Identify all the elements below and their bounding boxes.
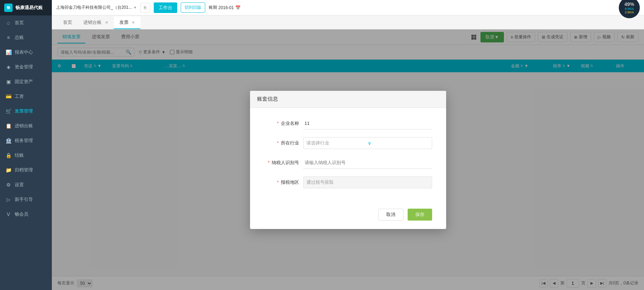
tax-id-input[interactable] (303, 157, 432, 169)
required-star: * (277, 121, 279, 126)
topbar: 上海卯金刀电子科技有限公司_（台201... ▼ ⎘ 工作台 切到旧版 账期 2… (52, 0, 644, 15)
label-text: 企业名称 (281, 121, 299, 126)
sidebar-item-label: 税务管理 (15, 137, 33, 144)
archive-icon: 📁 (6, 167, 11, 173)
industry-label: * 所在行业 (264, 140, 299, 146)
download-speed: 2.6K/s (625, 11, 634, 14)
dialog-footer: 取消 保存 (250, 203, 446, 229)
tab-purchase[interactable]: 进销台账 ✕ (78, 16, 114, 29)
home-icon: ⌂ (6, 20, 11, 26)
member-icon: V (6, 211, 11, 217)
company-selector[interactable]: 上海卯金刀电子科技有限公司_（台201... ▼ (56, 5, 137, 11)
sidebar-item-payroll[interactable]: 💳 工资 (0, 89, 52, 104)
tax-region-label: * 报税地区 (264, 179, 299, 186)
upload-speed: 8.5K/s (625, 7, 634, 11)
closing-icon: 🔒 (6, 153, 11, 158)
copy-button[interactable]: ⎘ (140, 3, 150, 13)
industry-placeholder: 请选择行业 (306, 140, 368, 146)
sidebar-item-label: 结账 (15, 152, 24, 159)
tab-home-label: 首页 (63, 20, 72, 25)
purchase-icon: 📋 (6, 123, 11, 129)
tax-id-row: * 纳税人识别号 (264, 157, 432, 169)
sidebar-item-label: 资金管理 (15, 64, 33, 70)
tax-region-placeholder: 通过税号获取 (306, 179, 334, 186)
dialog-header: 账套信息 (250, 91, 446, 108)
sidebar-item-purchase[interactable]: 📋 进销台账 (0, 119, 52, 133)
required-star: * (277, 140, 279, 146)
sidebar: 畅 畅康通易代账 ⌂ 首页 ≡ 总账 📊 报表中心 ◈ 资金管理 ▣ 固定资产 … (0, 0, 52, 290)
company-name-row: * 企业名称 (264, 117, 432, 129)
sidebar-item-tax[interactable]: 🏦 税务管理 (0, 133, 52, 148)
sidebar-item-label: 进销台账 (15, 123, 33, 129)
tax-id-label: * 纳税人识别号 (264, 160, 299, 166)
sidebar-item-ledger[interactable]: ≡ 总账 (0, 30, 52, 45)
cancel-button[interactable]: 取消 (378, 209, 403, 221)
label-text: 报税地区 (281, 180, 299, 185)
modal-overlay: 账套信息 * 企业名称 * 所在行 (52, 29, 644, 290)
sidebar-item-reports[interactable]: 📊 报表中心 (0, 45, 52, 60)
dialog-title: 账套信息 (257, 96, 278, 102)
sidebar-item-label: 归档管理 (15, 167, 33, 173)
settings-icon: ⚙ (6, 182, 11, 188)
logo-text: 畅康通易代账 (15, 5, 43, 11)
sidebar-item-archive[interactable]: 📁 归档管理 (0, 163, 52, 177)
assets-icon: ▣ (6, 79, 11, 85)
sidebar-item-member[interactable]: V 畅会员 (0, 207, 52, 222)
company-name: 上海卯金刀电子科技有限公司_（台201... (56, 5, 132, 11)
sidebar-item-closing[interactable]: 🔒 结账 (0, 148, 52, 163)
sidebar-item-label: 设置 (15, 182, 24, 188)
tab-home[interactable]: 首页 (57, 16, 78, 29)
sidebar-item-home[interactable]: ⌂ 首页 (0, 15, 52, 30)
guide-icon: ▷ (6, 197, 11, 202)
payroll-icon: 💳 (6, 94, 11, 99)
label-text: 所在行业 (281, 140, 299, 146)
tab-purchase-close[interactable]: ✕ (105, 20, 108, 25)
tax-region-row: * 报税地区 通过税号获取 (264, 176, 432, 188)
period-value: 2016-01 (219, 5, 234, 10)
dialog-body: * 企业名称 * 所在行业 请选择行业 ∨ (250, 108, 446, 203)
company-name-label: * 企业名称 (264, 120, 299, 127)
sidebar-item-funds[interactable]: ◈ 资金管理 (0, 60, 52, 74)
sidebar-item-label: 工资 (15, 93, 24, 100)
logo-icon: 畅 (4, 4, 13, 12)
reports-icon: 📊 (6, 49, 11, 55)
sidebar-item-settings[interactable]: ⚙ 设置 (0, 177, 52, 192)
tax-region-display: 通过税号获取 (303, 176, 432, 188)
sidebar-item-label: 发票管理 (15, 108, 33, 114)
network-percent: 49% (624, 1, 634, 7)
save-button[interactable]: 保存 (408, 209, 432, 221)
funds-icon: ◈ (6, 64, 11, 70)
sidebar-item-label: 新手引导 (15, 196, 33, 203)
tax-icon: 🏦 (6, 138, 11, 143)
tab-invoice-close[interactable]: ✕ (132, 20, 135, 25)
sidebar-item-label: 固定资产 (15, 79, 33, 85)
period-label: 账期 (209, 5, 217, 11)
sidebar-item-label: 首页 (15, 20, 24, 26)
sidebar-item-label: 畅会员 (15, 211, 28, 217)
tab-purchase-label: 进销台账 (83, 20, 102, 25)
sidebar-logo: 畅 畅康通易代账 (0, 0, 52, 15)
sidebar-item-guide[interactable]: ▷ 新手引导 (0, 192, 52, 207)
sidebar-item-label: 总账 (15, 34, 24, 41)
sidebar-item-assets[interactable]: ▣ 固定资产 (0, 74, 52, 89)
period-display: 账期 2016-01 📅 (209, 5, 241, 11)
main-content: 上海卯金刀电子科技有限公司_（台201... ▼ ⎘ 工作台 切到旧版 账期 2… (52, 0, 644, 290)
calendar-icon[interactable]: 📅 (235, 5, 241, 10)
account-info-dialog: 账套信息 * 企业名称 * 所在行 (250, 91, 446, 229)
label-text: 纳税人识别号 (272, 160, 299, 165)
tab-invoice-label: 发票 (119, 20, 129, 25)
company-name-input[interactable] (303, 117, 432, 129)
tab-invoice[interactable]: 发票 ✕ (114, 16, 141, 29)
switch-version-button[interactable]: 切到旧版 (181, 2, 205, 13)
required-star: * (268, 160, 270, 165)
industry-chevron-down-icon: ∨ (368, 140, 429, 146)
company-chevron-icon: ▼ (133, 6, 137, 9)
tab-bar: 首页 进销台账 ✕ 发票 ✕ (52, 15, 644, 29)
workspace-button[interactable]: 工作台 (154, 2, 177, 13)
industry-row: * 所在行业 请选择行业 ∨ (264, 137, 432, 149)
sidebar-item-label: 报表中心 (15, 49, 33, 55)
ledger-icon: ≡ (6, 35, 11, 40)
sidebar-item-invoice[interactable]: 🛒 发票管理 (0, 104, 52, 119)
content-area: 销项发票 进项发票 费用小票 取票▼ ≡ 批量操作 ⊞ (52, 29, 644, 290)
industry-select[interactable]: 请选择行业 ∨ (303, 137, 432, 149)
